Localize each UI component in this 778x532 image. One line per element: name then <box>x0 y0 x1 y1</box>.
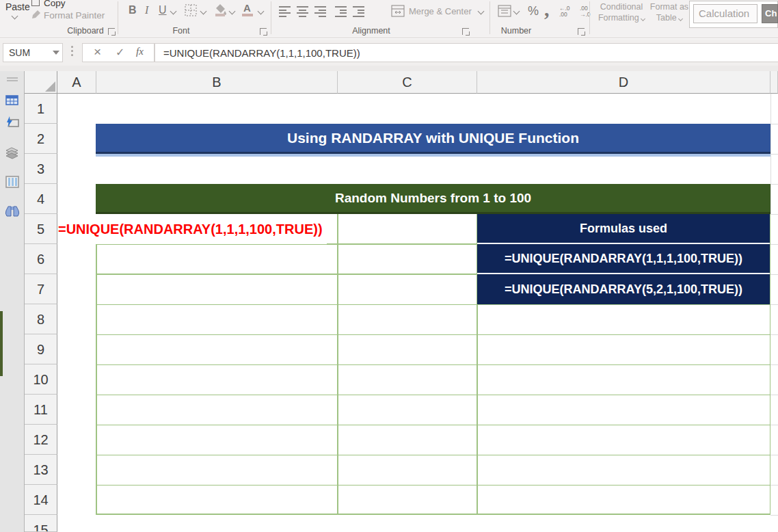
percent-style-button[interactable]: % <box>528 4 539 18</box>
title-banner-underline <box>96 154 770 157</box>
copy-button[interactable]: Copy <box>44 0 66 8</box>
comma-style-button[interactable]: , <box>544 0 550 21</box>
grid-row-line <box>96 485 770 486</box>
format-as-table-button[interactable]: Format as Table <box>648 1 690 23</box>
row-header-7[interactable]: 7 <box>25 274 57 304</box>
gridline <box>770 455 778 455</box>
grid-row-line <box>96 274 477 275</box>
alignment-group-label: Alignment <box>334 26 409 36</box>
row-header-2[interactable]: 2 <box>25 124 57 154</box>
increase-indent-icon[interactable] <box>353 6 364 18</box>
grid-row-line <box>96 364 770 366</box>
enter-button[interactable]: ✓ <box>116 46 124 59</box>
borders-icon[interactable] <box>185 4 197 16</box>
conditional-formatting-button[interactable]: Conditional Formatting <box>593 1 649 23</box>
merge-center-button[interactable]: Merge & Center <box>409 6 472 16</box>
cell-d7-formula[interactable]: =UNIQUE(RANDARRAY(5,2,1,100,TRUE)) <box>477 274 770 304</box>
align-center-icon[interactable] <box>297 6 308 18</box>
column-header-c[interactable]: C <box>338 71 477 94</box>
row-header-4[interactable]: 4 <box>25 184 57 214</box>
table-icon[interactable] <box>5 93 20 108</box>
insert-function-button[interactable]: fx <box>136 46 144 57</box>
alignment-dialog-launcher[interactable] <box>462 28 469 35</box>
row-header-5[interactable]: 5 <box>25 214 57 244</box>
name-box[interactable]: SUM <box>3 43 63 62</box>
decrease-indent-icon[interactable] <box>335 6 347 18</box>
grid-border-bottom <box>96 514 770 515</box>
fill-color-chevron-icon[interactable] <box>229 8 236 15</box>
title-banner[interactable]: Using RANDARRAY with UNIQUE Function <box>96 124 770 154</box>
row-header-1[interactable]: 1 <box>25 94 57 124</box>
number-format-chevron-icon[interactable] <box>513 8 520 15</box>
column-header-d[interactable]: D <box>477 71 770 94</box>
italic-button[interactable]: I <box>145 4 148 16</box>
select-all-corner[interactable] <box>25 71 57 94</box>
format-as-table-chevron-icon <box>678 16 683 21</box>
format-painter-icon <box>30 10 41 21</box>
flash-fill-icon[interactable] <box>5 116 20 131</box>
font-color-chevron-icon[interactable] <box>258 8 265 15</box>
formula-input[interactable]: =UNIQUE(RANDARRAY(1,1,1,100,TRUE)) <box>155 43 778 62</box>
row-header-12[interactable]: 12 <box>25 425 57 455</box>
grid-row-line <box>96 455 770 456</box>
column-header-e-sliver[interactable] <box>770 71 778 94</box>
striped-table-icon[interactable] <box>5 174 20 189</box>
align-left-icon[interactable] <box>279 6 291 18</box>
row-header-6[interactable]: 6 <box>25 244 57 274</box>
conditional-formatting-line2: Formatting <box>593 12 649 23</box>
merge-center-icon[interactable] <box>391 5 405 17</box>
format-as-table-line2: Table <box>648 12 690 23</box>
formula-bar-grip-icon[interactable] <box>71 46 73 56</box>
row-header-8[interactable]: 8 <box>25 304 57 334</box>
addin-sidebar <box>0 71 25 532</box>
cell-d5-formulas-used[interactable]: Formulas used <box>477 214 770 244</box>
number-format-icon[interactable] <box>498 5 511 17</box>
binoculars-icon[interactable] <box>5 204 20 219</box>
row-header-9[interactable]: 9 <box>25 334 57 364</box>
increase-decimal-button[interactable]: ←.0 .00 <box>559 5 577 18</box>
format-as-table-line1: Format as <box>648 1 690 12</box>
column-header-a[interactable]: A <box>57 71 96 94</box>
gridline <box>770 334 778 335</box>
bold-button[interactable]: B <box>129 4 137 16</box>
gridline <box>770 214 778 215</box>
font-color-icon[interactable]: A <box>243 2 251 14</box>
formula-text: =UNIQUE(RANDARRAY(1,1,1,100,TRUE)) <box>163 47 360 59</box>
row-header-10[interactable]: 10 <box>25 364 57 395</box>
clipboard-dialog-launcher[interactable] <box>108 28 115 35</box>
gridline <box>770 184 778 185</box>
borders-chevron-icon[interactable] <box>200 8 207 15</box>
gridline <box>770 485 778 486</box>
row-header-11[interactable]: 11 <box>25 395 57 425</box>
row-header-15[interactable]: 15 <box>25 515 57 532</box>
sidebar-handle-icon[interactable] <box>7 77 18 79</box>
underline-button[interactable]: U <box>159 4 167 16</box>
style-calculation[interactable]: Calculation <box>693 4 757 23</box>
number-dialog-launcher[interactable] <box>578 28 585 35</box>
style-check-cell[interactable]: Ch <box>762 4 778 23</box>
cancel-button[interactable]: × <box>94 44 101 59</box>
fill-color-icon[interactable] <box>215 3 227 16</box>
row-header-13[interactable]: 13 <box>25 455 57 485</box>
gridline <box>770 304 778 305</box>
cell-d6-formula[interactable]: =UNIQUE(RANDARRAY(1,1,1,100,TRUE)) <box>477 244 770 274</box>
cell-a5-active-formula[interactable]: =UNIQUE(RANDARRAY(1,1,1,100,TRUE)) <box>58 214 327 244</box>
conditional-formatting-chevron-icon <box>641 16 645 21</box>
layers-icon[interactable] <box>5 145 20 160</box>
formula-bar: SUM × ✓ fx =UNIQUE(RANDARRAY(1,1,1,100,T… <box>0 39 778 66</box>
row-header-3[interactable]: 3 <box>25 154 57 184</box>
name-box-chevron-icon[interactable] <box>53 51 59 55</box>
conditional-formatting-line1: Conditional <box>593 1 649 12</box>
font-dialog-launcher[interactable] <box>260 28 267 35</box>
table-header-banner[interactable]: Random Numbers from 1 to 100 <box>96 184 770 214</box>
underline-chevron-icon[interactable] <box>170 8 177 15</box>
merge-center-chevron-icon[interactable] <box>478 8 485 15</box>
row-header-14[interactable]: 14 <box>25 485 57 515</box>
format-painter-button[interactable]: Format Painter <box>44 10 105 21</box>
paste-chevron-icon[interactable] <box>12 13 18 20</box>
align-right-icon[interactable] <box>314 6 326 18</box>
column-header-b[interactable]: B <box>96 71 338 94</box>
paste-button[interactable]: Paste <box>5 1 30 12</box>
sidebar-handle-icon[interactable] <box>7 80 18 81</box>
gridline <box>770 425 778 425</box>
